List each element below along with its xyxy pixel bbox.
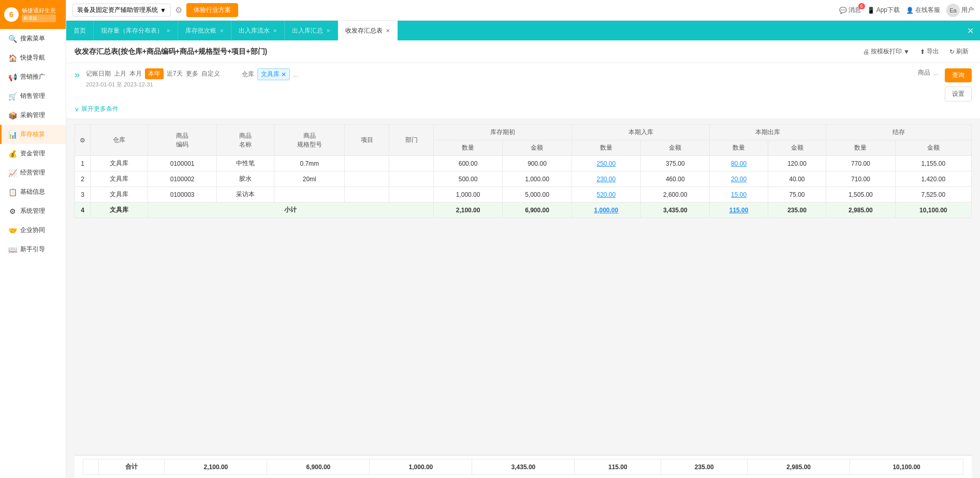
sidebar-item-label: 销售管理 — [20, 92, 45, 100]
sidebar-item-system[interactable]: ⚙ 系统管理 — [0, 201, 66, 221]
row-warehouse: 文具库 — [91, 187, 148, 202]
sidebar-item-basic[interactable]: 📋 基础信息 — [0, 182, 66, 201]
sidebar-item-sales[interactable]: 🛒 销售管理 — [0, 86, 66, 106]
table-footer: 合计 2,100.00 6,900.00 1,000.00 3,435.00 1… — [75, 455, 972, 478]
online-service-action[interactable]: 👤 在线客服 — [906, 6, 940, 15]
message-action[interactable]: 💬 消息 6 — [839, 6, 861, 15]
row-out-amt: 75.00 — [768, 187, 826, 202]
row-out-qty[interactable]: 15.00 — [710, 187, 768, 202]
settings-icon[interactable]: ⚙ — [175, 5, 182, 15]
tab-inventory-batch[interactable]: 库存批次账 ✕ — [178, 21, 231, 40]
tab-inventory-dist[interactable]: 现存量（库存分布表） ✕ — [94, 21, 178, 40]
row-project — [345, 171, 389, 187]
export-button[interactable]: ⬆ 导出 — [917, 46, 942, 57]
date-this-month[interactable]: 本月 — [129, 69, 142, 78]
sidebar-item-operation[interactable]: 📈 经营管理 — [0, 163, 66, 182]
sidebar-item-search[interactable]: 🔍 搜索菜单 — [0, 29, 66, 48]
refresh-button[interactable]: ↻ 刷新 — [946, 46, 972, 57]
col-spec-header: 商品规格型号 — [274, 125, 345, 156]
date-7days[interactable]: 近7天 — [167, 69, 183, 78]
sidebar-item-label: 企业协同 — [20, 226, 45, 235]
date-more[interactable]: 更多 — [186, 69, 198, 78]
user-action[interactable]: Ea 用户 — [946, 4, 974, 17]
row-dept — [389, 171, 434, 187]
total-in-amt: 3,435.00 — [472, 459, 575, 475]
app-badge: 标准版 — [22, 15, 56, 22]
row-name: 胶水 — [217, 171, 274, 187]
date-custom[interactable]: 自定义 — [201, 69, 220, 78]
tab-close-icon[interactable]: ✕ — [166, 28, 170, 34]
sidebar-item-quick-nav[interactable]: 🏠 快捷导航 — [0, 48, 66, 67]
product-more[interactable]: ... — [933, 69, 939, 77]
date-this-year[interactable]: 本年 — [145, 68, 164, 79]
product-label: 商品 — [918, 68, 930, 77]
row-spec: 0.7mm — [274, 156, 345, 171]
inventory-icon: 📊 — [8, 131, 17, 139]
subtotal-in-amt: 3,435.00 — [641, 202, 710, 218]
row-open-amt: 900.00 — [503, 156, 572, 171]
tab-inout-summary[interactable]: 出入库汇总 ✕ — [285, 21, 338, 40]
sidebar-item-purchase[interactable]: 📦 采购管理 — [0, 106, 66, 125]
subtotal-no: 4 — [75, 202, 91, 218]
online-service-label: 在线客服 — [915, 6, 940, 15]
date-last-month[interactable]: 上月 — [114, 69, 126, 78]
tab-close-icon[interactable]: ✕ — [326, 28, 330, 34]
tab-close-icon[interactable]: ✕ — [273, 28, 277, 34]
settings-button[interactable]: 设置 — [945, 86, 972, 102]
close-all-tabs-button[interactable]: ✕ — [961, 26, 980, 36]
sidebar-item-label: 新手引导 — [20, 245, 45, 254]
home-icon: 🏠 — [8, 54, 17, 62]
col-in-header: 本期入库 — [572, 125, 710, 140]
app-download-action[interactable]: 📱 App下载 — [867, 6, 900, 15]
tag-close-icon[interactable]: ✕ — [281, 71, 286, 78]
print-button[interactable]: 🖨 按模板打印 ▼ — [860, 46, 913, 57]
subtotal-label: 小计 — [148, 202, 433, 218]
warehouse-tag[interactable]: 文具库 ✕ — [257, 68, 290, 80]
subtotal-close-amt: 10,100.00 — [895, 202, 971, 218]
row-code: 0100001 — [148, 156, 216, 171]
subtotal-out-qty[interactable]: 115.00 — [710, 202, 768, 218]
row-warehouse: 文具库 — [91, 171, 148, 187]
subtotal-in-qty[interactable]: 1,000.00 — [572, 202, 640, 218]
row-no: 2 — [75, 171, 91, 187]
col-closing-header: 结存 — [826, 125, 972, 140]
filter-toggle-button[interactable]: » — [75, 69, 80, 80]
row-spec: 20ml — [274, 171, 345, 187]
sidebar-item-guide[interactable]: 📖 新手引导 — [0, 240, 66, 259]
sidebar-item-label: 快捷导航 — [20, 53, 45, 62]
tab-close-icon[interactable]: ✕ — [386, 28, 390, 34]
subtotal-open-amt: 6,900.00 — [503, 202, 572, 218]
col-settings[interactable]: ⚙ — [75, 125, 91, 156]
tab-close-icon[interactable]: ✕ — [220, 28, 224, 34]
search-icon: 🔍 — [8, 35, 17, 43]
sidebar-item-marketing[interactable]: 📢 营销推广 — [0, 67, 66, 86]
row-in-qty[interactable]: 520.00 — [572, 187, 640, 202]
expand-more-button[interactable]: ∨ 展开更多条件 — [75, 105, 972, 113]
chevron-down-icon: ▼ — [903, 48, 910, 55]
system-selector[interactable]: 装备及固定资产辅助管理系统 ▼ — [72, 4, 171, 17]
sidebar-item-inventory[interactable]: 📊 库存核算 — [0, 125, 66, 144]
row-close-amt: 1,155.00 — [895, 156, 971, 171]
row-in-qty[interactable]: 250.00 — [572, 156, 640, 171]
demo-button[interactable]: 体验行业方案 — [186, 3, 238, 17]
row-out-qty[interactable]: 80.00 — [710, 156, 768, 171]
warehouse-more[interactable]: ... — [293, 71, 298, 78]
date-range: 2023-01-01 至 2023-12-31 — [86, 81, 220, 89]
row-spec — [274, 187, 345, 202]
row-in-amt: 460.00 — [641, 171, 710, 187]
sidebar-item-enterprise[interactable]: 🤝 企业协同 — [0, 221, 66, 240]
row-out-qty[interactable]: 20.00 — [710, 171, 768, 187]
tab-flow[interactable]: 出入库流水 ✕ — [231, 21, 285, 40]
tab-stock-summary[interactable]: 收发存汇总表 ✕ — [338, 21, 398, 40]
marketing-icon: 📢 — [8, 73, 17, 81]
row-in-qty[interactable]: 230.00 — [572, 171, 640, 187]
query-button[interactable]: 查询 — [945, 68, 972, 82]
row-code: 0100003 — [148, 187, 216, 202]
print-icon: 🖨 — [863, 48, 869, 55]
row-open-qty: 500.00 — [433, 171, 502, 187]
tab-home[interactable]: 首页 — [66, 21, 94, 40]
row-out-amt: 40.00 — [768, 171, 826, 187]
page-actions: 🖨 按模板打印 ▼ ⬆ 导出 ↻ 刷新 — [860, 46, 972, 57]
sidebar-item-finance[interactable]: 💰 资金管理 — [0, 144, 66, 163]
row-name: 中性笔 — [217, 156, 274, 171]
